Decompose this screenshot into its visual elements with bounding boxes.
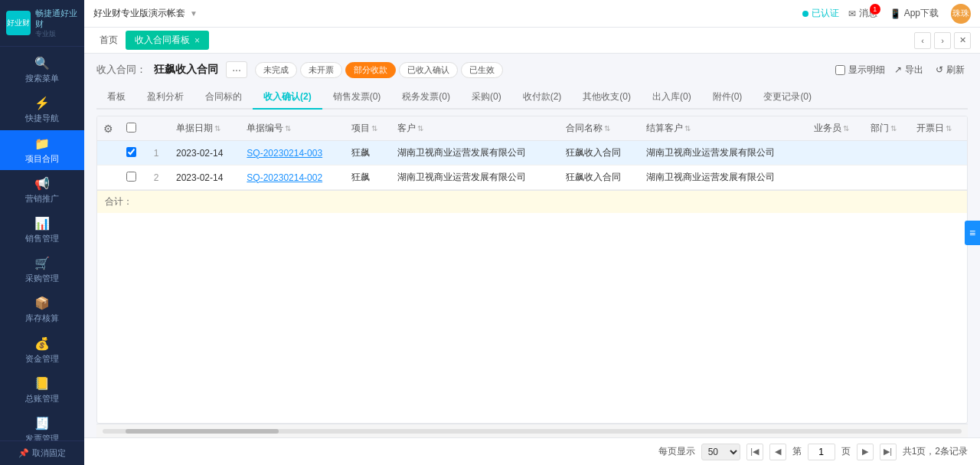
sidebar-item-capital[interactable]: 💰资金管理 [0,330,84,370]
pagination-last-button[interactable]: ▶| [880,444,897,460]
sidebar-item-quick-nav[interactable]: ⚡快捷导航 [0,90,84,129]
company-name: 好业财专业版演示帐套 [93,7,185,20]
unpin-button[interactable]: 📌 取消固定 [0,440,84,465]
subtab-2[interactable]: 合同标的 [194,86,253,110]
row-code-1[interactable]: SQ-20230214-002 [240,165,345,190]
show-detail-checkbox[interactable]: 显示明细 [835,64,885,77]
sidebar-item-purchase[interactable]: 🛒采购管理 [0,250,84,290]
pagination-total-info: 共1页，2条记录 [903,445,968,458]
pagination-first-button[interactable]: |◀ [746,444,763,460]
sidebar-label-invoice: 发票管理 [25,434,59,440]
sidebar-item-inventory[interactable]: 📦库存核算 [0,290,84,329]
subtab-4[interactable]: 销售发票(0) [322,86,392,110]
sidebar-item-invoice[interactable]: 🧾发票管理 [0,410,84,440]
status-btn-3[interactable]: 已收入确认 [399,62,458,78]
col-header-settle_customer[interactable]: 结算客户⇅ [640,116,808,141]
subtab-3[interactable]: 收入确认(2) [253,86,322,110]
status-btn-4[interactable]: 已生效 [461,62,503,78]
select-all-checkbox[interactable] [126,123,136,133]
subtab-10[interactable]: 附件(0) [702,86,753,110]
row-num-1: 2 [142,165,170,190]
status-btn-0[interactable]: 未完成 [255,62,297,78]
settings-gear-icon[interactable]: ⚙ [103,123,113,135]
row-code-0[interactable]: SQ-20230214-003 [240,141,345,165]
sidebar-item-project[interactable]: 📁项目合同 [0,130,84,170]
status-btn-1[interactable]: 未开票 [300,62,342,78]
company-selector[interactable]: 好业财专业版演示帐套 ▼ [93,7,793,20]
tab-close-button[interactable]: × [194,35,200,46]
sidebar-item-marketing[interactable]: 📢营销推广 [0,170,84,210]
more-options-button[interactable]: ··· [226,61,247,78]
subtab-7[interactable]: 收付款(2) [512,86,573,110]
message-icon: ✉ [848,8,856,19]
message-button[interactable]: ✉ 1 消息 [848,7,877,20]
col-header-open_date[interactable]: 开票日⇅ [910,116,967,141]
col-label-salesman: 业务员 [814,123,841,133]
row-code-link-1[interactable]: SQ-20230214-002 [247,172,322,183]
subtab-1[interactable]: 盈利分析 [136,86,194,110]
row-contract-1: 狂飙收入合同 [560,165,640,190]
col-header-code[interactable]: 单据编号⇅ [240,116,345,141]
scrollbar-thumb[interactable] [126,429,279,434]
export-button[interactable]: ↗ 导出 [891,62,926,78]
per-page-select[interactable]: 50 100 200 [701,444,740,460]
col-header-num[interactable] [142,116,170,141]
refresh-button[interactable]: ↺ 刷新 [933,62,968,78]
row-date-0: 2023-02-14 [170,141,240,165]
subtabs: 看板盈利分析合同标的收入确认(2)销售发票(0)税务发票(0)采购(0)收付款(… [96,86,968,110]
row-salesman-0 [808,141,864,165]
sort-icon-open_date[interactable]: ⇅ [946,124,952,133]
status-btn-2[interactable]: 部分收款 [345,62,396,78]
home-tab[interactable]: 首页 [93,34,124,47]
sidebar-icon-marketing: 📢 [34,176,50,191]
sort-icon-salesman[interactable]: ⇅ [843,124,849,133]
right-sidebar-icon[interactable]: ≡ [965,221,980,245]
pagination-page-input[interactable] [808,444,835,460]
pagination-prev-button[interactable]: ◀ [769,444,786,460]
sort-icon-code[interactable]: ⇅ [285,124,291,133]
row-code-link-0[interactable]: SQ-20230214-003 [247,148,322,159]
col-header-gear[interactable]: ⚙ [97,116,120,141]
col-label-department: 部门 [871,123,889,133]
subtab-5[interactable]: 税务发票(0) [391,86,461,110]
row-check-cell-1[interactable] [120,165,142,190]
horizontal-scrollbar[interactable] [96,424,968,437]
col-header-date[interactable]: 单据日期⇅ [170,116,240,141]
subtab-9[interactable]: 出入库(0) [642,86,702,110]
col-header-check[interactable] [120,116,142,141]
tab-next-button[interactable]: › [934,32,951,49]
subtab-0[interactable]: 看板 [96,86,136,110]
app-download-button[interactable]: 📱 App下载 [890,7,939,20]
sidebar-item-sales[interactable]: 📊销售管理 [0,210,84,250]
pagination-next-button[interactable]: ▶ [857,444,874,460]
col-header-project[interactable]: 项目⇅ [345,116,391,141]
sidebar-icon-accounting: 📒 [34,376,50,391]
sort-icon-settle_customer[interactable]: ⇅ [684,124,691,133]
tab-prev-button[interactable]: ‹ [914,32,931,49]
sort-icon-project[interactable]: ⇅ [371,124,377,133]
sidebar-label-sales: 销售管理 [25,234,59,244]
sidebar-item-search[interactable]: 🔍搜索菜单 [0,50,84,90]
tab-close-all-button[interactable]: ✕ [954,32,971,49]
sort-icon-date[interactable]: ⇅ [214,124,220,133]
user-avatar[interactable]: 珠珠 [951,4,971,24]
active-tab[interactable]: 收入合同看板 × [126,31,209,50]
row-check-cell-0[interactable] [120,141,142,165]
row-checkbox-0[interactable] [126,147,136,157]
sort-icon-contract[interactable]: ⇅ [604,124,610,133]
row-checkbox-1[interactable] [126,172,136,182]
show-detail-input[interactable] [835,65,845,75]
sidebar-item-accounting[interactable]: 📒总账管理 [0,370,84,410]
subtab-8[interactable]: 其他收支(0) [572,86,642,110]
sidebar-label-project: 项目合同 [25,154,59,164]
sort-icon-customer[interactable]: ⇅ [417,124,423,133]
col-header-salesman[interactable]: 业务员⇅ [808,116,864,141]
scrollbar-track[interactable] [103,429,962,434]
col-header-department[interactable]: 部门⇅ [864,116,910,141]
sort-icon-department[interactable]: ⇅ [890,124,897,133]
subtab-6[interactable]: 采购(0) [461,86,512,110]
col-header-contract[interactable]: 合同名称⇅ [560,116,640,141]
status-buttons: 未完成未开票部分收款已收入确认已生效 [255,62,503,78]
subtab-11[interactable]: 变更记录(0) [753,86,822,110]
col-header-customer[interactable]: 客户⇅ [391,116,560,141]
